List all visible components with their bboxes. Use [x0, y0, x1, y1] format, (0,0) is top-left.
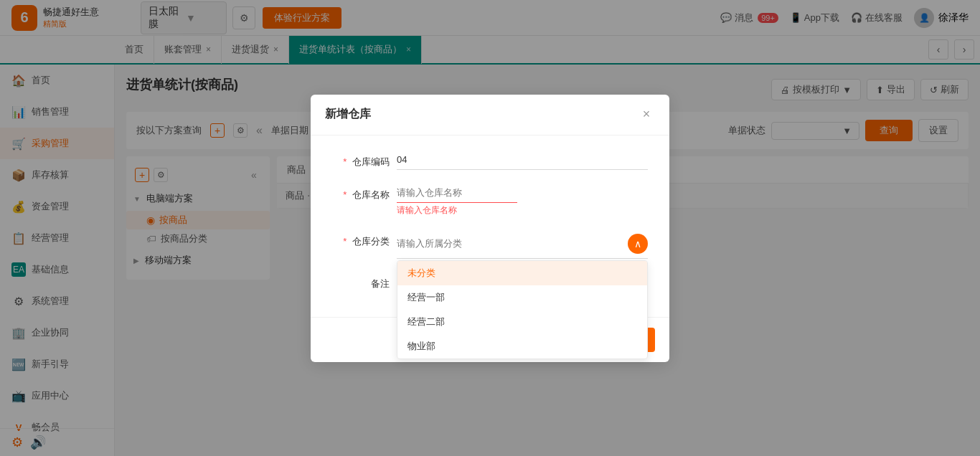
- category-input[interactable]: [397, 238, 628, 249]
- dropdown-item-uncategorized[interactable]: 未分类: [397, 261, 647, 285]
- dropdown-item-dept1[interactable]: 经营一部: [397, 285, 647, 310]
- dialog-body: * 仓库编码 * 仓库名称 请输入仓库名称: [311, 136, 669, 317]
- category-input-wrap: ∧: [397, 229, 648, 259]
- category-field: ∧ 未分类 经营一部 经营二部 物业部: [397, 229, 648, 259]
- new-warehouse-dialog: 新增仓库 × * 仓库编码 * 仓库名称: [311, 95, 669, 362]
- name-label: * 仓库名称: [332, 183, 390, 201]
- code-label: * 仓库编码: [332, 150, 390, 168]
- dialog-close-button[interactable]: ×: [638, 106, 655, 123]
- name-error-msg: 请输入仓库名称: [397, 204, 517, 217]
- dropdown-item-dept3[interactable]: 物业部: [397, 334, 647, 358]
- category-field-row: * 仓库分类 ∧ 未分类 经营一部 经营二部 物业部: [332, 229, 648, 259]
- modal-overlay: 新增仓库 × * 仓库编码 * 仓库名称: [0, 0, 980, 456]
- code-input[interactable]: [397, 150, 648, 170]
- dialog-header: 新增仓库 ×: [311, 95, 669, 136]
- code-field-row: * 仓库编码: [332, 150, 648, 170]
- name-field-row: * 仓库名称 请输入仓库名称: [332, 183, 648, 217]
- dropdown-item-dept2[interactable]: 经营二部: [397, 310, 647, 334]
- category-dropdown: 未分类 经营一部 经营二部 物业部: [397, 260, 648, 359]
- remark-label: 备注: [332, 272, 390, 290]
- name-input[interactable]: [397, 183, 517, 203]
- category-dropdown-button[interactable]: ∧: [628, 234, 648, 254]
- category-label: * 仓库分类: [332, 229, 390, 248]
- dialog-title: 新增仓库: [325, 107, 371, 122]
